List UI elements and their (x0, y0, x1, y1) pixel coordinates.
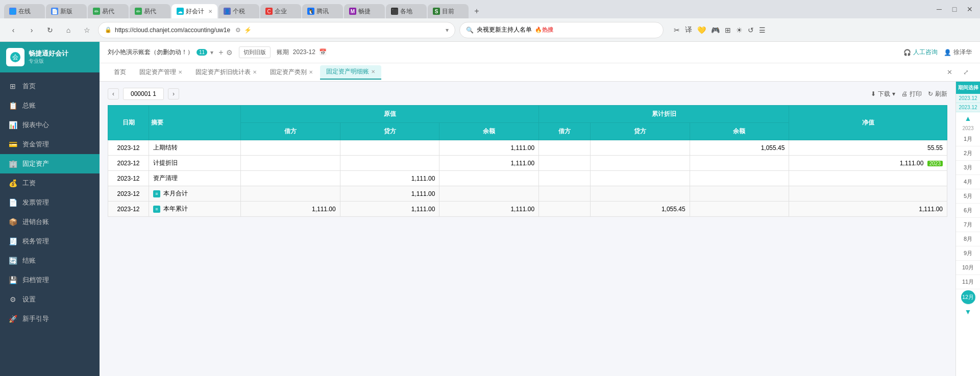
tab-fa-detail[interactable]: 固定资产明细账 ✕ (320, 65, 381, 80)
close-window-button[interactable]: ✕ (964, 3, 976, 15)
browser-tab-gedi[interactable]: ⬛ 各地 (386, 4, 427, 18)
sidebar-item-home[interactable]: ⊞ 首页 (0, 77, 100, 96)
sidebar-nav: ⊞ 首页 📋 总账 📊 报表中心 💳 资金管理 🏢 固定资产 💰 工资 (0, 72, 100, 376)
sidebar-item-closing[interactable]: 🔄 结账 (0, 251, 100, 270)
browser-tab-online[interactable]: 🌐 在线 (4, 4, 45, 18)
cell-orig-debit (241, 186, 340, 202)
browser-tab-changjie[interactable]: M 畅捷 (344, 4, 385, 18)
toolbar-right: ⬇ 下载 ▾ 🖨 打印 ↻ 刷新 (871, 90, 947, 98)
browser-tab-new[interactable]: 📄 新版 (46, 4, 87, 18)
sidebar-item-fixed-assets[interactable]: 🏢 固定资产 (0, 154, 100, 173)
period-month-5[interactable]: 5月 (956, 189, 980, 204)
scissors-icon[interactable]: ✂ (674, 26, 680, 34)
cell-orig-debit (241, 171, 340, 186)
expand-button[interactable]: ⤢ (960, 66, 972, 79)
forward-button[interactable]: › (24, 23, 39, 37)
browser-tab-geshui[interactable]: 👤 个税 (218, 4, 259, 18)
tab-home[interactable]: 首页 (108, 65, 132, 80)
history-icon[interactable]: ↺ (748, 26, 754, 34)
period-month-1[interactable]: 1月 (956, 132, 980, 146)
chart-icon: 📊 (8, 120, 17, 130)
close-icon[interactable]: ✕ (253, 69, 257, 75)
browser-tab-tencent[interactable]: 🐧 腾讯 (302, 4, 343, 18)
grid-icon[interactable]: ⊞ (725, 26, 731, 34)
tab-fa-mgmt[interactable]: 固定资产管理 ✕ (133, 65, 188, 80)
sidebar-item-payroll[interactable]: 💰 工资 (0, 173, 100, 193)
add-icon[interactable]: + (218, 48, 223, 57)
header-accumulated-depreciation: 累计折旧 (539, 106, 789, 123)
calendar-icon[interactable]: 📅 (319, 48, 327, 56)
tab-label: 易代 (144, 7, 156, 16)
period-month-7[interactable]: 7月 (956, 218, 980, 232)
browser-tab-yidai2[interactable]: ✏ 易代 (130, 4, 170, 18)
dropdown-icon[interactable]: ▾ (446, 27, 449, 34)
close-icon[interactable]: ✕ (371, 69, 375, 74)
sidebar-item-fund[interactable]: 💳 资金管理 (0, 135, 100, 154)
tab-fa-depreciation[interactable]: 固定资产折旧统计表 ✕ (189, 65, 263, 80)
wallet-icon[interactable]: 💛 (697, 26, 706, 34)
cell-orig-credit (340, 140, 439, 156)
sidebar-item-general-ledger[interactable]: 📋 总账 (0, 96, 100, 115)
close-icon[interactable]: ✕ (178, 69, 182, 75)
period-month-3[interactable]: 3月 (956, 161, 980, 175)
back-button[interactable]: ‹ (6, 23, 20, 37)
close-icon[interactable]: ✕ (208, 9, 212, 14)
switch-version-button[interactable]: 切到旧版 (239, 46, 271, 58)
hot-search-label: 🔥热搜 (535, 26, 553, 34)
help-button[interactable]: 🎧 人工咨询 (903, 48, 938, 57)
search-bar[interactable]: 🔍 央视更新主持人名单 🔥热搜 (459, 22, 664, 38)
cell-net-value: 55.55 (789, 140, 947, 156)
sidebar-item-settings[interactable]: ⚙ 设置 (0, 290, 100, 309)
next-page-button[interactable]: › (168, 88, 179, 99)
period-month-10[interactable]: 10月 (956, 261, 980, 275)
period-month-4[interactable]: 4月 (956, 175, 980, 189)
settings-icon[interactable]: ⚙ (226, 48, 233, 57)
home-button[interactable]: ⌂ (61, 23, 76, 37)
menu-icon[interactable]: ☰ (759, 26, 766, 34)
restore-button[interactable]: □ (948, 3, 961, 15)
translate-icon[interactable]: 译 (685, 26, 692, 35)
prev-page-button[interactable]: ‹ (108, 88, 119, 99)
sidebar-item-tax[interactable]: 🧾 税务管理 (0, 232, 100, 251)
period-month-2[interactable]: 2月 (956, 146, 980, 161)
sidebar-item-inventory[interactable]: 📦 进销台账 (0, 212, 100, 232)
logo-text-block: 畅捷通好会计 专业版 (29, 49, 68, 65)
sidebar-item-invoice[interactable]: 📄 发票管理 (0, 193, 100, 212)
close-all-tabs-button[interactable]: ✕ (943, 66, 955, 79)
page-input[interactable]: 000001 1 (123, 88, 164, 100)
period-month-6[interactable]: 6月 (956, 204, 980, 218)
user-icon: 👤 (944, 49, 951, 56)
bookmark-button[interactable]: ☆ (80, 23, 94, 37)
reload-button[interactable]: ↻ (43, 23, 57, 37)
print-button[interactable]: 🖨 打印 (901, 90, 922, 98)
download-button[interactable]: ⬇ 下载 ▾ (871, 90, 895, 98)
new-tab-button[interactable]: + (470, 4, 484, 18)
minimize-button[interactable]: ─ (933, 3, 945, 15)
period-month-12[interactable]: 12月 (961, 290, 975, 305)
cell-net-value (789, 171, 947, 186)
browser-tab-muqian[interactable]: S 目前 (428, 4, 469, 18)
refresh-button[interactable]: ↻ 刷新 (928, 90, 947, 98)
sidebar-item-guide[interactable]: 🚀 新手引导 (0, 309, 100, 329)
period-month-8[interactable]: 8月 (956, 232, 980, 246)
cell-dep-credit (590, 186, 690, 202)
browser-tab-haokuaiji[interactable]: ☁ 好会计 ✕ (172, 4, 217, 18)
browser-tab-yidai1[interactable]: ✏ 易代 (88, 4, 129, 18)
period-month-9[interactable]: 9月 (956, 246, 980, 261)
settings-icon: ⚙ (8, 295, 17, 304)
brightness-icon[interactable]: ☀ (736, 26, 743, 34)
address-bar[interactable]: 🔒 https://cloud.chanjet.com/accounting/u… (98, 22, 455, 38)
cell-date: 2023-12 (108, 202, 149, 217)
gamepad-icon[interactable]: 🎮 (711, 26, 720, 34)
sidebar-item-reports[interactable]: 📊 报表中心 (0, 115, 100, 135)
dropdown-icon[interactable]: ▾ (210, 49, 213, 56)
scroll-up-button[interactable]: ▲ (956, 112, 980, 124)
close-icon[interactable]: ✕ (309, 69, 313, 75)
scroll-down-button[interactable]: ▼ (956, 306, 980, 318)
sidebar-item-archive[interactable]: 💾 归档管理 (0, 270, 100, 290)
tab-label: 好会计 (186, 7, 204, 16)
tab-fa-category[interactable]: 固定资产类别 ✕ (264, 65, 319, 80)
browser-tab-enterprise[interactable]: C 企业 (260, 4, 301, 18)
period-month-11[interactable]: 11月 (956, 275, 980, 289)
sidebar-item-label: 总账 (22, 101, 36, 110)
